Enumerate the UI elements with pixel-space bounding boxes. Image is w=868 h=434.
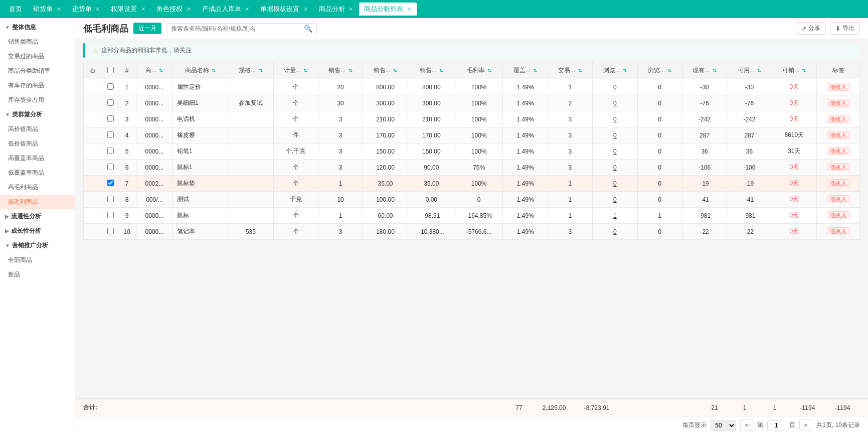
views1-cell[interactable]: 0 <box>593 192 637 208</box>
row-checkbox[interactable] <box>107 212 114 218</box>
checkbox-cell[interactable] <box>103 160 118 176</box>
row-checkbox[interactable] <box>107 180 114 186</box>
row-checkbox[interactable] <box>107 83 114 90</box>
checkbox-cell[interactable] <box>103 208 118 224</box>
page-size-select[interactable]: 50 100 200 <box>711 420 736 431</box>
select-all-checkbox[interactable] <box>107 67 114 73</box>
row-checkbox[interactable] <box>107 131 114 138</box>
views1-link[interactable]: 0 <box>613 116 617 123</box>
views1-cell[interactable]: 1 <box>593 208 637 224</box>
checkbox-cell[interactable] <box>103 95 118 111</box>
row-checkbox[interactable] <box>107 148 114 154</box>
saleable-col-header[interactable]: 可销... ⇅ <box>772 62 816 79</box>
sidebar-item-low-margin[interactable]: 低毛利商品 <box>0 195 75 209</box>
nav-permissions[interactable]: 权限设置 ✕ <box>106 3 150 16</box>
search-icon[interactable]: 🔍 <box>304 25 312 33</box>
table-container[interactable]: ⚙ # 商... ⇅ 商品名称 ⇅ 规格... ⇅ 计量... ⇅ 销售... … <box>75 58 868 398</box>
checkbox-cell[interactable] <box>103 127 118 143</box>
views1-cell[interactable]: 0 <box>593 143 637 160</box>
spec-col-header[interactable]: 规格... ⇅ <box>228 62 273 79</box>
views1-link[interactable]: 0 <box>613 180 617 187</box>
close-icon[interactable]: ✕ <box>141 6 145 12</box>
share-button[interactable]: ↗ 分享 <box>796 22 826 35</box>
sales-amount-col-header[interactable]: 销售... ⇅ <box>408 62 455 79</box>
export-button[interactable]: ⬇ 导出 <box>830 22 860 35</box>
views2-col-header[interactable]: 浏览... ⇅ <box>637 62 682 79</box>
sidebar-item-low-coverage[interactable]: 低覆盖率商品 <box>0 166 75 180</box>
sidebar-item-stock-capital[interactable]: 库存资金占用 <box>0 93 75 107</box>
name-col-header[interactable]: 商品名称 ⇅ <box>173 62 228 79</box>
views1-link[interactable]: 0 <box>613 228 617 235</box>
nav-analysis[interactable]: 商品分析 ✕ <box>314 3 359 16</box>
sidebar-item-new-goods[interactable]: 新品 <box>0 267 75 282</box>
views1-cell[interactable]: 0 <box>593 224 637 240</box>
checkbox-cell[interactable] <box>103 176 118 192</box>
row-checkbox[interactable] <box>107 99 114 106</box>
sidebar-item-high-margin[interactable]: 高毛利商品 <box>0 180 75 195</box>
nav-sales[interactable]: 销货单 ✕ <box>28 3 66 16</box>
checkbox-cell[interactable] <box>103 224 118 240</box>
sidebar-item-in-stock[interactable]: 有库存的商品 <box>0 78 75 93</box>
sidebar-group-marketing[interactable]: ▼ 营销推广分析 <box>0 238 75 253</box>
checkbox-cell[interactable] <box>103 192 118 208</box>
nav-analysis-list[interactable]: 商品分析列表 ✕ <box>359 3 417 16</box>
close-icon[interactable]: ✕ <box>303 6 308 12</box>
sales-price-col-header[interactable]: 销售... ⇅ <box>363 62 408 79</box>
next-page-button[interactable]: ＞ <box>799 419 812 431</box>
nav-products[interactable]: 产成品入库单 ✕ <box>197 3 255 16</box>
sidebar-group-growth[interactable]: ▶ 成长性分析 <box>0 224 75 238</box>
views1-link[interactable]: 0 <box>613 100 617 107</box>
sidebar-group-cluster[interactable]: ▼ 类群堂分析 <box>0 107 75 122</box>
views1-col-header[interactable]: 浏览... ⇅ <box>593 62 637 79</box>
gross-margin-col-header[interactable]: 毛利率 ⇅ <box>455 62 503 79</box>
views1-link[interactable]: 1 <box>613 212 617 219</box>
coverage-col-header[interactable]: 覆盖... ⇅ <box>503 62 548 79</box>
views1-link[interactable]: 0 <box>613 164 617 171</box>
views1-link[interactable]: 0 <box>613 84 617 91</box>
sidebar-item-sales-goods[interactable]: 销售类商品 <box>0 35 75 49</box>
views1-link[interactable]: 0 <box>613 132 617 139</box>
checkbox-cell[interactable] <box>103 79 118 95</box>
checkbox-cell[interactable] <box>103 143 118 160</box>
sidebar-item-traded-goods[interactable]: 交易过的商品 <box>0 49 75 64</box>
close-icon[interactable]: ✕ <box>57 6 61 12</box>
views1-cell[interactable]: 0 <box>593 127 637 143</box>
views1-cell[interactable]: 0 <box>593 95 637 111</box>
page-number-input[interactable] <box>767 420 785 430</box>
views1-link[interactable]: 0 <box>613 148 617 155</box>
available-col-header[interactable]: 可用... ⇅ <box>727 62 772 79</box>
close-icon[interactable]: ✕ <box>349 6 353 12</box>
current-stock-col-header[interactable]: 现有... ⇅ <box>682 62 727 79</box>
views1-cell[interactable]: 0 <box>593 79 637 95</box>
sidebar-group-overall[interactable]: ▼ 整体信息 <box>0 20 75 35</box>
views1-cell[interactable]: 0 <box>593 176 637 192</box>
checkbox-col-header[interactable] <box>103 62 118 79</box>
close-icon[interactable]: ✕ <box>187 6 191 12</box>
close-icon[interactable]: ✕ <box>95 6 100 12</box>
nav-templates[interactable]: 单据模板设置 ✕ <box>255 3 313 16</box>
sidebar-item-category-rate[interactable]: 商品分类助销率 <box>0 64 75 78</box>
transactions-col-header[interactable]: 交易... ⇅ <box>548 62 592 79</box>
sidebar-item-low-value[interactable]: 低价值商品 <box>0 136 75 151</box>
sidebar-item-high-value[interactable]: 高价值商品 <box>0 122 75 136</box>
sales-qty-col-header[interactable]: 销售... ⇅ <box>318 62 363 79</box>
sidebar-item-high-coverage[interactable]: 高覆盖率商品 <box>0 151 75 166</box>
checkbox-cell[interactable] <box>103 111 118 127</box>
nav-purchase[interactable]: 进货单 ✕ <box>67 3 105 16</box>
code-col-header[interactable]: 商... ⇅ <box>136 62 173 79</box>
views1-cell[interactable]: 0 <box>593 111 637 127</box>
row-checkbox[interactable] <box>107 115 114 122</box>
search-input[interactable] <box>171 25 304 32</box>
views1-link[interactable]: 0 <box>613 196 617 203</box>
nav-home[interactable]: 首页 <box>4 3 27 16</box>
unit-col-header[interactable]: 计量... ⇅ <box>273 62 318 79</box>
close-icon[interactable]: ✕ <box>245 6 249 12</box>
row-checkbox[interactable] <box>107 196 114 202</box>
close-icon[interactable]: ✕ <box>407 6 412 12</box>
prev-page-button[interactable]: ＜ <box>740 419 753 431</box>
settings-col-header[interactable]: ⚙ <box>84 62 103 79</box>
views1-cell[interactable]: 0 <box>593 160 637 176</box>
column-settings-button[interactable]: ⚙ <box>90 67 96 75</box>
nav-roles[interactable]: 角色授权 ✕ <box>151 3 196 16</box>
filter-recent-month-button[interactable]: 近一月 <box>133 23 161 34</box>
